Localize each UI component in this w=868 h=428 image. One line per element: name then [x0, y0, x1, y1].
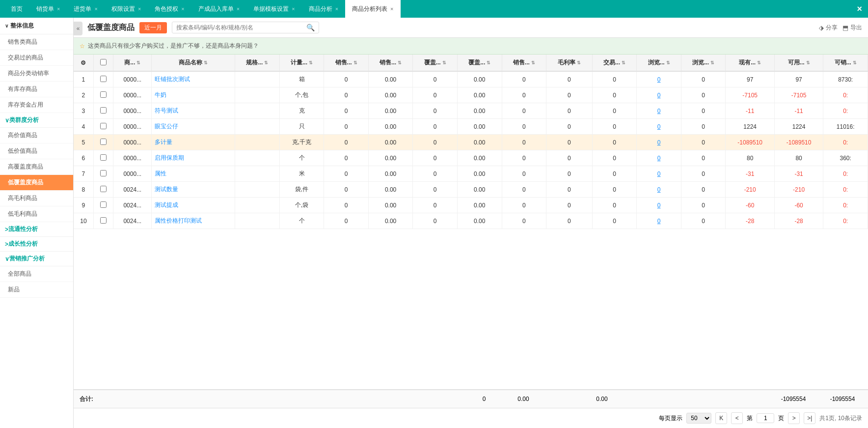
- col-sales-amt[interactable]: 销售...⇅: [368, 55, 413, 71]
- sidebar-item-high-value[interactable]: 高价值商品: [0, 128, 73, 143]
- row-name[interactable]: 属性价格打印测试: [152, 213, 235, 229]
- col-available-qty[interactable]: 可用...⇅: [774, 55, 823, 71]
- sidebar-item-high-margin[interactable]: 高毛利商品: [0, 191, 73, 206]
- row-checkbox[interactable]: [93, 150, 113, 166]
- row-select-checkbox[interactable]: [100, 123, 107, 129]
- row-select-checkbox[interactable]: [100, 139, 107, 145]
- col-browse2[interactable]: 浏览...⇅: [681, 55, 726, 71]
- row-name[interactable]: 属性: [152, 166, 235, 182]
- sidebar-section-marketing[interactable]: ∨ 营销推广分析: [0, 252, 73, 266]
- row-name[interactable]: 测试提成: [152, 198, 235, 213]
- row-select-checkbox[interactable]: [100, 217, 107, 224]
- close-role-icon[interactable]: ×: [181, 6, 184, 12]
- row-checkbox[interactable]: [93, 198, 113, 213]
- col-browse1[interactable]: 浏览...⇅: [637, 55, 681, 71]
- last-page-button[interactable]: >|: [804, 412, 815, 424]
- row-browse1[interactable]: 0: [637, 213, 681, 229]
- row-browse1[interactable]: 0: [637, 150, 681, 166]
- sidebar-item-inventory-capital[interactable]: 库存资金占用: [0, 97, 73, 113]
- col-settings[interactable]: ⚙: [74, 55, 93, 71]
- row-browse1[interactable]: 0: [637, 119, 681, 135]
- col-code[interactable]: 商...⇅: [113, 55, 152, 71]
- sidebar-item-low-value[interactable]: 低价值商品: [0, 143, 73, 159]
- search-icon[interactable]: 🔍: [306, 24, 315, 31]
- row-browse1[interactable]: 0: [637, 71, 681, 87]
- page-number-input[interactable]: [757, 413, 774, 423]
- row-name[interactable]: 牛奶: [152, 87, 235, 103]
- col-cover1[interactable]: 覆盖...⇅: [413, 55, 458, 71]
- col-unit[interactable]: 计量...⇅: [279, 55, 324, 71]
- nav-goods-analysis-list[interactable]: 商品分析列表 ×: [345, 0, 400, 18]
- row-browse1[interactable]: 0: [637, 135, 681, 150]
- row-select-checkbox[interactable]: [100, 91, 107, 98]
- nav-goods-analysis[interactable]: 商品分析 ×: [302, 0, 345, 18]
- sidebar-item-high-coverage[interactable]: 高覆盖度商品: [0, 159, 73, 175]
- row-name[interactable]: 眼宝公仔: [152, 119, 235, 135]
- row-checkbox[interactable]: [93, 119, 113, 135]
- nav-sales-order[interactable]: 销货单 ×: [29, 0, 67, 18]
- col-spec[interactable]: 规格...⇅: [235, 55, 280, 71]
- col-checkbox[interactable]: [93, 55, 113, 71]
- sidebar-item-low-coverage[interactable]: 低覆盖度商品: [0, 175, 73, 191]
- row-select-checkbox[interactable]: [100, 76, 107, 82]
- col-sales-qty[interactable]: 销售...⇅: [324, 55, 369, 71]
- search-input[interactable]: [176, 24, 306, 31]
- row-name[interactable]: 符号测试: [152, 103, 235, 119]
- col-current-qty[interactable]: 现有...⇅: [726, 55, 774, 71]
- sidebar-section-cluster[interactable]: ∨ 类群度分析: [0, 113, 73, 128]
- row-checkbox[interactable]: [93, 135, 113, 150]
- col-saleable[interactable]: 可销...⇅: [823, 55, 868, 71]
- nav-purchase-order[interactable]: 进货单 ×: [67, 0, 104, 18]
- close-all-button[interactable]: ×: [857, 4, 862, 14]
- close-sales-order-icon[interactable]: ×: [57, 6, 60, 12]
- sidebar-item-traded-goods[interactable]: 交易过的商品: [0, 50, 73, 66]
- next-page-button[interactable]: >: [788, 412, 800, 424]
- row-checkbox[interactable]: [93, 182, 113, 198]
- row-select-checkbox[interactable]: [100, 201, 107, 208]
- row-browse1[interactable]: 0: [637, 182, 681, 198]
- row-browse1[interactable]: 0: [637, 198, 681, 213]
- row-checkbox[interactable]: [93, 71, 113, 87]
- prev-page-button[interactable]: <: [731, 412, 743, 424]
- sidebar-item-all-goods[interactable]: 全部商品: [0, 266, 73, 282]
- nav-home[interactable]: 首页: [4, 0, 29, 18]
- sidebar-item-low-margin[interactable]: 低毛利商品: [0, 206, 73, 222]
- row-name[interactable]: 多计量: [152, 135, 235, 150]
- sidebar-item-in-stock-goods[interactable]: 有库存商品: [0, 82, 73, 97]
- col-name[interactable]: 商品名称⇅: [152, 55, 235, 71]
- sidebar-section-growth[interactable]: > 成长性分析: [0, 237, 73, 252]
- sidebar-item-new-products[interactable]: 新品: [0, 282, 73, 298]
- sidebar-item-sales-goods[interactable]: 销售类商品: [0, 34, 73, 50]
- row-name[interactable]: 旺铺批次测试: [152, 71, 235, 87]
- share-button[interactable]: ⬗ 分享: [819, 24, 838, 32]
- per-page-select[interactable]: 50 10 20 100: [686, 413, 711, 424]
- sidebar-section-circulation[interactable]: > 流通性分析: [0, 222, 73, 237]
- col-margin[interactable]: 毛利率⇅: [546, 55, 593, 71]
- select-all-checkbox[interactable]: [100, 59, 107, 65]
- close-template-icon[interactable]: ×: [292, 6, 295, 12]
- col-trade[interactable]: 交易...⇅: [592, 55, 637, 71]
- close-permission-icon[interactable]: ×: [138, 6, 141, 12]
- sidebar-section-overall[interactable]: ∨ 整体信息: [0, 18, 73, 34]
- row-browse1[interactable]: 0: [637, 87, 681, 103]
- row-checkbox[interactable]: [93, 103, 113, 119]
- row-checkbox[interactable]: [93, 87, 113, 103]
- row-select-checkbox[interactable]: [100, 107, 107, 114]
- row-name[interactable]: 启用保质期: [152, 150, 235, 166]
- row-checkbox[interactable]: [93, 213, 113, 229]
- col-sales3[interactable]: 销售...⇅: [502, 55, 546, 71]
- nav-finished-goods[interactable]: 产成品入库单 ×: [191, 0, 246, 18]
- col-cover2[interactable]: 覆盖...⇅: [457, 55, 502, 71]
- row-checkbox[interactable]: [93, 166, 113, 182]
- row-browse1[interactable]: 0: [637, 166, 681, 182]
- sidebar-item-category-sales-rate[interactable]: 商品分类动销率: [0, 66, 73, 82]
- row-select-checkbox[interactable]: [100, 154, 107, 161]
- row-browse1[interactable]: 0: [637, 103, 681, 119]
- sidebar-collapse-button[interactable]: «: [74, 22, 82, 35]
- nav-role-auth[interactable]: 角色授权 ×: [148, 0, 191, 18]
- export-button[interactable]: ⬒ 导出: [842, 24, 862, 32]
- time-filter-button[interactable]: 近一月: [139, 22, 167, 33]
- close-goods-list-icon[interactable]: ×: [390, 6, 393, 12]
- close-finished-goods-icon[interactable]: ×: [237, 6, 240, 12]
- row-select-checkbox[interactable]: [100, 170, 107, 176]
